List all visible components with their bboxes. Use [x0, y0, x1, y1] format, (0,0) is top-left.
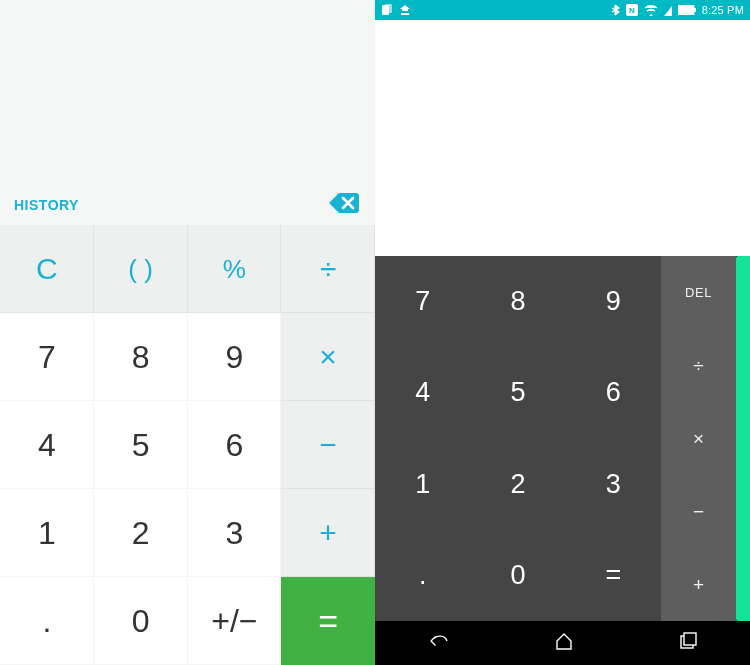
- svg-rect-9: [694, 8, 696, 12]
- digit-0[interactable]: 0: [470, 530, 565, 621]
- svg-marker-6: [664, 6, 672, 16]
- equals-button[interactable]: =: [281, 577, 375, 665]
- digit-1[interactable]: 1: [0, 489, 94, 577]
- digit-4[interactable]: 4: [375, 347, 470, 438]
- digit-9[interactable]: 9: [566, 256, 661, 347]
- calculator-display: HISTORY: [0, 0, 375, 225]
- delete-button[interactable]: DEL: [661, 256, 736, 329]
- download-complete-icon: [399, 4, 411, 16]
- sign-button[interactable]: +/−: [188, 577, 282, 665]
- percent-button[interactable]: %: [188, 225, 282, 313]
- plus-button[interactable]: +: [281, 489, 375, 577]
- digit-7[interactable]: 7: [0, 313, 94, 401]
- digit-7[interactable]: 7: [375, 256, 470, 347]
- digit-2[interactable]: 2: [470, 439, 565, 530]
- svg-rect-1: [385, 4, 392, 13]
- home-icon: [555, 632, 573, 650]
- battery-icon: [678, 5, 696, 15]
- statusbar-right-icons: N 8:25 PM: [611, 4, 744, 16]
- advanced-drawer-handle[interactable]: [736, 256, 750, 621]
- svg-rect-3: [401, 13, 409, 15]
- svg-marker-2: [400, 5, 410, 11]
- samsung-calculator: HISTORY C ( ) % ÷ 7 8 9 × 4 5 6 − 1 2 3 …: [0, 0, 375, 665]
- digit-6[interactable]: 6: [188, 401, 282, 489]
- svg-rect-8: [679, 7, 689, 14]
- svg-rect-11: [684, 633, 696, 645]
- display-toolbar: HISTORY: [0, 185, 375, 225]
- decimal-button[interactable]: .: [0, 577, 94, 665]
- svg-text:N: N: [629, 6, 635, 15]
- digit-1[interactable]: 1: [375, 439, 470, 530]
- digit-8[interactable]: 8: [94, 313, 188, 401]
- multiply-button[interactable]: ×: [661, 402, 736, 475]
- parentheses-button[interactable]: ( ): [94, 225, 188, 313]
- nfc-icon: N: [626, 4, 638, 16]
- signal-icon: [664, 4, 672, 16]
- nav-recent-button[interactable]: [679, 632, 697, 654]
- nav-home-button[interactable]: [555, 632, 573, 654]
- status-time: 8:25 PM: [702, 4, 744, 16]
- history-button[interactable]: HISTORY: [14, 197, 79, 213]
- backspace-button[interactable]: [329, 193, 359, 217]
- digit-5[interactable]: 5: [94, 401, 188, 489]
- clear-button[interactable]: C: [0, 225, 94, 313]
- digit-3[interactable]: 3: [566, 439, 661, 530]
- divide-button[interactable]: ÷: [661, 329, 736, 402]
- recent-apps-icon: [679, 632, 697, 650]
- divide-button[interactable]: ÷: [281, 225, 375, 313]
- decimal-button[interactable]: .: [375, 530, 470, 621]
- digit-2[interactable]: 2: [94, 489, 188, 577]
- digit-9[interactable]: 9: [188, 313, 282, 401]
- back-icon: [428, 632, 450, 650]
- nav-back-button[interactable]: [428, 632, 450, 654]
- status-bar: N 8:25 PM: [375, 0, 750, 20]
- calculator-display: [375, 20, 750, 256]
- equals-button[interactable]: =: [566, 530, 661, 621]
- digit-0[interactable]: 0: [94, 577, 188, 665]
- multiply-button[interactable]: ×: [281, 313, 375, 401]
- bluetooth-icon: [611, 4, 620, 16]
- digit-4[interactable]: 4: [0, 401, 94, 489]
- navigation-bar: [375, 621, 750, 665]
- digit-5[interactable]: 5: [470, 347, 565, 438]
- statusbar-left-icons: [381, 4, 411, 16]
- minus-button[interactable]: −: [281, 401, 375, 489]
- calculator-keypad: 7 8 9 4 5 6 1 2 3 . 0 = DEL ÷ × − +: [375, 256, 750, 621]
- plus-button[interactable]: +: [661, 548, 736, 621]
- digit-3[interactable]: 3: [188, 489, 282, 577]
- minus-button[interactable]: −: [661, 475, 736, 548]
- number-pad: 7 8 9 4 5 6 1 2 3 . 0 =: [375, 256, 661, 621]
- sdcard-icon: [381, 4, 393, 16]
- digit-8[interactable]: 8: [470, 256, 565, 347]
- digit-6[interactable]: 6: [566, 347, 661, 438]
- operator-column: DEL ÷ × − +: [661, 256, 736, 621]
- wifi-icon: [644, 4, 658, 16]
- backspace-icon: [329, 193, 359, 213]
- htc-calculator: N 8:25 PM 7 8 9 4 5 6 1 2 3 . 0 = DEL ÷ …: [375, 0, 750, 665]
- calculator-keypad: C ( ) % ÷ 7 8 9 × 4 5 6 − 1 2 3 + . 0 +/…: [0, 225, 375, 665]
